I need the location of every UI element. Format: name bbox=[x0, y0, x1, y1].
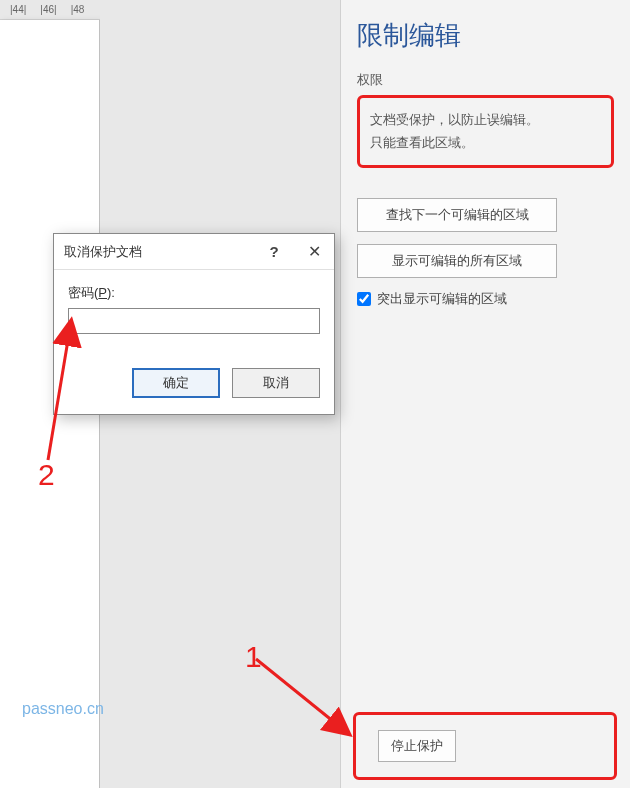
protection-text-line: 只能查看此区域。 bbox=[370, 131, 601, 154]
close-icon[interactable]: ✕ bbox=[294, 234, 334, 270]
dialog-title: 取消保护文档 bbox=[64, 243, 142, 261]
watermark: passneo.cn bbox=[22, 700, 104, 718]
password-label: 密码(P): bbox=[68, 284, 320, 302]
ok-button[interactable]: 确定 bbox=[132, 368, 220, 398]
ruler-tick: |44| bbox=[10, 4, 26, 15]
restrict-editing-panel: 限制编辑 权限 文档受保护，以防止误编辑。 只能查看此区域。 查找下一个可编辑的… bbox=[340, 0, 630, 788]
ruler-tick: |46| bbox=[40, 4, 56, 15]
protection-message: 文档受保护，以防止误编辑。 只能查看此区域。 bbox=[357, 95, 614, 168]
unprotect-dialog: 取消保护文档 ? ✕ 密码(P): 确定 取消 bbox=[53, 233, 335, 415]
find-next-editable-button[interactable]: 查找下一个可编辑的区域 bbox=[357, 198, 557, 232]
stop-protection-highlight: 停止保护 bbox=[353, 712, 617, 780]
stop-protection-button[interactable]: 停止保护 bbox=[378, 730, 456, 762]
cancel-button[interactable]: 取消 bbox=[232, 368, 320, 398]
ruler-tick: |48 bbox=[71, 4, 85, 15]
help-icon[interactable]: ? bbox=[254, 234, 294, 270]
highlight-editable-checkbox[interactable] bbox=[357, 292, 371, 306]
dialog-titlebar[interactable]: 取消保护文档 ? ✕ bbox=[54, 234, 334, 270]
highlight-editable-checkbox-row[interactable]: 突出显示可编辑的区域 bbox=[357, 290, 614, 308]
permissions-label: 权限 bbox=[357, 71, 614, 89]
show-all-editable-button[interactable]: 显示可编辑的所有区域 bbox=[357, 244, 557, 278]
password-input[interactable] bbox=[68, 308, 320, 334]
protection-text-line: 文档受保护，以防止误编辑。 bbox=[370, 108, 601, 131]
highlight-editable-label: 突出显示可编辑的区域 bbox=[377, 290, 507, 308]
panel-title: 限制编辑 bbox=[357, 18, 614, 53]
